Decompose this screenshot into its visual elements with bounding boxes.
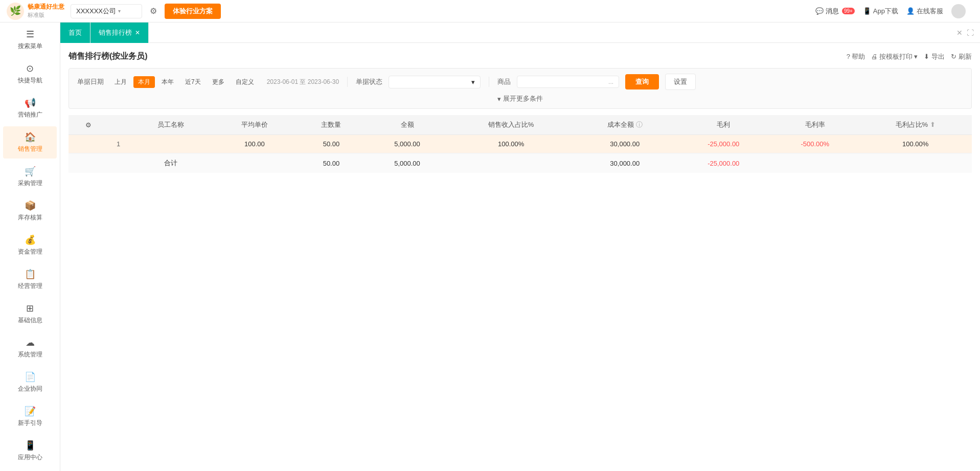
row-settings[interactable] xyxy=(69,135,108,153)
sidebar-item-label: 系统管理 xyxy=(18,350,42,359)
date-btn-last-month[interactable]: 上月 xyxy=(110,76,131,88)
message-button[interactable]: 💬 消息 99+ xyxy=(815,7,855,16)
sidebar-item-search[interactable]: ☰ 搜索菜单 xyxy=(3,24,57,56)
product-filter[interactable]: ... xyxy=(517,76,619,88)
online-service-button[interactable]: 👤 在线客服 xyxy=(906,7,943,16)
row-cost: 30,000.00 xyxy=(574,135,676,153)
refresh-icon: ↻ xyxy=(951,53,956,60)
sidebar-item-label: 企业协同 xyxy=(18,385,42,393)
settings-button[interactable]: 设置 xyxy=(665,74,696,90)
tab-fullscreen-icon[interactable]: ⛶ xyxy=(967,29,974,37)
sidebar-item-system[interactable]: ☁ 系统管理 xyxy=(3,332,57,364)
tab-bar: 首页 销售排行榜 ✕ ✕ ⛶ xyxy=(60,23,980,43)
chevron-down-icon: ▾ xyxy=(118,8,121,14)
footer-empty-1 xyxy=(69,153,108,173)
page-title: 销售排行榜(按业务员) xyxy=(69,51,847,62)
tab-home[interactable]: 首页 xyxy=(60,23,90,43)
enterprise-icon: 📄 xyxy=(25,371,36,383)
col-employee: 员工名称 xyxy=(129,115,213,135)
query-button[interactable]: 查询 xyxy=(625,74,659,89)
main-layout: ☰ 搜索菜单 ⊙ 快捷导航 📢 营销推广 🏠 销售管理 🛒 采购管理 📦 库 xyxy=(0,23,980,471)
sidebar-item-label: 采购管理 xyxy=(18,179,42,188)
date-btn-this-month[interactable]: 本月 xyxy=(133,76,155,88)
sidebar-item-marketing[interactable]: 📢 营销推广 xyxy=(3,92,57,124)
row-rank: 1 xyxy=(108,135,129,153)
refresh-button[interactable]: ↻ 刷新 xyxy=(951,52,972,61)
export-button[interactable]: ⬇ 导出 xyxy=(924,52,945,61)
template-chevron-icon: ▾ xyxy=(914,53,918,60)
inner-page: 销售排行榜(按业务员) ? 帮助 🖨 按模板打印 ▾ xyxy=(60,43,980,471)
marketing-icon: 📢 xyxy=(25,97,36,108)
tab-close-all-icon[interactable]: ✕ xyxy=(956,29,963,37)
company-selector[interactable]: XXXXXX公司 ▾ xyxy=(71,4,142,18)
header-actions: ? 帮助 🖨 按模板打印 ▾ ⬇ 导出 xyxy=(847,52,972,61)
content-area: 首页 销售排行榜 ✕ ✕ ⛶ 销售排行榜(按业务员) xyxy=(60,23,980,471)
date-btn-this-year[interactable]: 本年 xyxy=(157,76,178,88)
table-container: ⚙ 员工名称 平均单价 主数量 全额 销售收入占比% 成本全额 ⓘ 毛利 xyxy=(69,115,972,463)
sidebar-item-label: 库存核算 xyxy=(18,213,42,222)
message-badge: 99+ xyxy=(842,8,855,14)
col-amount: 全额 xyxy=(366,115,448,135)
message-icon: 💬 xyxy=(815,7,824,15)
avatar[interactable] xyxy=(951,4,966,18)
sidebar-item-quick-nav[interactable]: ⊙ 快捷导航 xyxy=(3,58,57,90)
operations-icon: 📋 xyxy=(25,268,36,280)
trial-button[interactable]: 体验行业方案 xyxy=(165,4,221,19)
col-settings[interactable]: ⚙ xyxy=(69,115,108,135)
row-gross: -25,000.00 xyxy=(676,135,771,153)
col-cost: 成本全额 ⓘ xyxy=(574,115,676,135)
sidebar-item-weixin[interactable]: 💬 企业微信 xyxy=(3,469,57,471)
product-more-icon[interactable]: ... xyxy=(608,78,613,85)
sidebar-item-sales[interactable]: 🏠 销售管理 xyxy=(3,126,57,159)
doc-status-select[interactable]: ▾ xyxy=(389,76,481,88)
sidebar-item-app-center[interactable]: 📱 应用中心 xyxy=(3,435,57,467)
footer-qty: 50.00 xyxy=(297,153,366,173)
sidebar-item-operations[interactable]: 📋 经营管理 xyxy=(3,263,57,296)
inventory-icon: 📦 xyxy=(25,200,36,211)
date-btn-more[interactable]: 更多 xyxy=(208,76,229,88)
footer-total-label: 合计 xyxy=(129,153,213,173)
expand-conditions-button[interactable]: ▾ 展开更多条件 xyxy=(497,94,543,103)
sidebar-item-inventory[interactable]: 📦 库存核算 xyxy=(3,195,57,227)
quick-nav-icon: ⊙ xyxy=(26,63,34,74)
sidebar-item-funds[interactable]: 💰 资金管理 xyxy=(3,229,57,261)
sidebar-item-enterprise[interactable]: 📄 企业协同 xyxy=(3,366,57,398)
cost-info-icon[interactable]: ⓘ xyxy=(636,121,643,128)
footer-row: 合计 50.00 5,000.00 30,000.00 -25,000.00 xyxy=(69,153,972,173)
message-label: 消息 xyxy=(826,7,839,16)
tab-sales-rank[interactable]: 销售排行榜 ✕ xyxy=(90,23,149,43)
filter-divider-2 xyxy=(489,77,489,87)
sidebar-item-basic-info[interactable]: ⊞ 基础信息 xyxy=(3,298,57,330)
footer-cost: 30,000.00 xyxy=(574,153,676,173)
sidebar-item-label: 销售管理 xyxy=(18,145,42,153)
logo-area: 🌿 畅康通好生意 标准版 xyxy=(6,2,66,20)
template-print-button[interactable]: 🖨 按模板打印 ▾ xyxy=(871,52,918,61)
tab-expand-area: ✕ ⛶ xyxy=(950,29,980,37)
date-label: 单据日期 xyxy=(77,77,104,86)
date-btn-custom[interactable]: 自定义 xyxy=(231,76,259,88)
app-download-button[interactable]: 📱 App下载 xyxy=(863,7,898,16)
col-settings-icon: ⚙ xyxy=(85,121,92,129)
help-button[interactable]: ? 帮助 xyxy=(847,52,865,61)
tab-home-label: 首页 xyxy=(69,28,82,37)
tab-sales-rank-label: 销售排行榜 xyxy=(99,28,132,37)
filter-bar: 单据日期 上月 本月 本年 近7天 更多 自定义 2023-06-01 至 20… xyxy=(69,68,972,109)
settings-icon[interactable]: ⚙ xyxy=(146,4,161,18)
gross-pct-info-icon[interactable]: ⬆ xyxy=(930,121,936,128)
table-row: 1 100.00 50.00 5,000.00 100.00% 30,000.0… xyxy=(69,135,972,153)
sidebar-item-label: 营销推广 xyxy=(18,110,42,119)
col-gross-pct: 毛利占比% ⬆ xyxy=(859,115,972,135)
row-sales-pct: 100.00% xyxy=(448,135,574,153)
sidebar-item-purchase[interactable]: 🛒 采购管理 xyxy=(3,161,57,193)
page-header: 销售排行榜(按业务员) ? 帮助 🖨 按模板打印 ▾ xyxy=(69,51,972,62)
row-qty: 50.00 xyxy=(297,135,366,153)
sidebar-item-guide[interactable]: 📝 新手引导 xyxy=(3,400,57,433)
footer-empty-3 xyxy=(213,153,297,173)
sidebar-item-label: 资金管理 xyxy=(18,248,42,256)
guide-icon: 📝 xyxy=(25,406,36,417)
date-btn-last-7[interactable]: 近7天 xyxy=(180,76,206,88)
footer-empty-2 xyxy=(108,153,129,173)
col-qty: 主数量 xyxy=(297,115,366,135)
tab-close-icon[interactable]: ✕ xyxy=(135,29,140,36)
col-gross-rate: 毛利率 xyxy=(771,115,859,135)
